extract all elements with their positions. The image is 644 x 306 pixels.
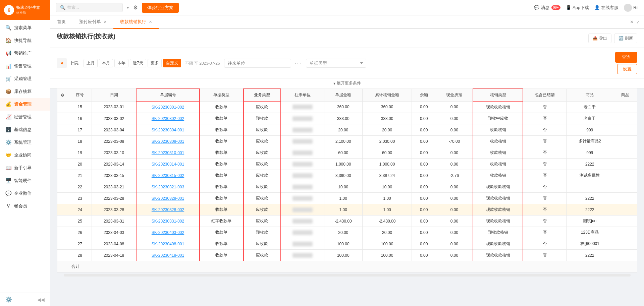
sidebar-item-nav[interactable]: 🏠 快捷导航 [0,34,50,47]
cell-settled: 否 [523,204,566,216]
cell-docno[interactable]: SK-20230301-002 [136,101,200,113]
sidebar-item-wechat[interactable]: 💬 企业微信 [0,187,50,200]
doc-link[interactable]: SK-20230403-002 [152,230,184,235]
sidebar-item-marketing[interactable]: 📢 营销推广 [0,47,50,60]
cell-docno[interactable]: SK-20230315-002 [136,170,200,181]
tab-expand-icon[interactable]: ⤢ [636,19,640,24]
cell-docno[interactable]: SK-20230331-002 [136,216,200,227]
cell-verified: 3,387.24 [362,170,412,181]
cell-biztype: 应收款 [244,101,281,113]
cell-product2 [613,124,637,136]
settings-icon[interactable]: ⚙️ [5,296,12,303]
sidebar-item-system[interactable]: ⚙️ 系统管理 [0,136,50,149]
filter-doc-type-select[interactable]: 单据类型 [306,59,366,68]
cell-no: 21 [68,170,92,181]
sidebar-item-search[interactable]: 🔍 搜索菜单 [0,21,50,34]
col-settings-header[interactable]: ⚙ [57,89,68,101]
sidebar-item-member[interactable]: V 畅会员 [0,200,50,212]
search-icon: 🔍 [5,25,11,31]
cell-discount: 0.00 [436,227,473,238]
page-title: 收款核销执行(按收款) [57,32,115,40]
refresh-button[interactable]: 🔄 刷新 [614,34,637,43]
sidebar-item-finance[interactable]: 💰 资金管理 [0,98,50,111]
topbar-dropdown-icon[interactable]: ▾ [127,5,129,10]
doc-link[interactable]: SK-20230308-001 [152,139,184,144]
cell-verified: 100.00 [362,250,412,261]
cell-empty [57,216,68,227]
export-button[interactable]: 📤 导出 [588,34,611,43]
cell-amount: 2,100.00 [324,136,362,147]
filter-custom-btn[interactable]: 自定义 [163,59,181,67]
sidebar-item-sales[interactable]: 📊 销售管理 [0,60,50,72]
tab-prepay[interactable]: 预付应付单 ✕ [72,15,113,29]
cell-docno[interactable]: SK-20230314-001 [136,159,200,170]
filter-expand-button[interactable]: » [57,58,67,68]
tab-collection[interactable]: 收款核销执行 ✕ [113,15,159,29]
table-settings-icon[interactable]: ⚙ [61,93,64,98]
sidebar-item-inventory[interactable]: 📦 库存核算 [0,85,50,98]
doc-link[interactable]: SK-20230315-002 [152,173,184,178]
doc-link[interactable]: SK-20230310-001 [152,150,184,155]
message-item[interactable]: 💬 消息 99+ [534,5,560,11]
cell-verified: 2,030.00 [362,136,412,147]
doc-link[interactable]: SK-20230328-001 [152,196,184,201]
cell-docno[interactable]: SK-20230302-002 [136,113,200,124]
doc-link[interactable]: SK-20230304-001 [152,128,184,132]
cell-docno[interactable]: SK-20230418-001 [136,250,200,261]
col-biztype-header: 业务类型 [244,89,281,101]
collapse-icon[interactable]: ◀◀ [37,297,45,302]
doc-link[interactable]: SK-20230408-001 [152,242,184,246]
cell-docno[interactable]: SK-20230304-001 [136,124,200,136]
sidebar-item-enterprise[interactable]: 🤝 企业协同 [0,149,50,162]
sidebar-item-purchase[interactable]: 🛒 采购管理 [0,72,50,85]
doc-link[interactable]: SK-20230331-002 [152,219,184,224]
query-button[interactable]: 查询 [615,52,637,63]
expand-more-bar[interactable]: ▾ 展开更多条件 [50,78,644,88]
doc-link[interactable]: SK-20230301-002 [152,105,184,110]
sidebar-menu: 🔍 搜索菜单 🏠 快捷导航 📢 营销推广 📊 销售管理 🛒 采购管理 📦 库存核… [0,20,50,293]
sidebar-item-basic[interactable]: 🗄️ 基础信息 [0,123,50,136]
sidebar-item-hardware[interactable]: 🖥️ 智能硬件 [0,174,50,187]
tabbar: 首页 预付应付单 ✕ 收款核销执行 ✕ ✕ ⤢ [50,15,644,29]
topbar-gear-icon[interactable]: ⚙ [133,4,138,11]
cell-docno[interactable]: SK-20230328-002 [136,204,200,216]
doc-link[interactable]: SK-20230418-001 [152,253,184,258]
tab-prepay-close[interactable]: ✕ [104,20,107,24]
tab-close-all-icon[interactable]: ✕ [630,19,634,24]
cell-docno[interactable]: SK-20230328-001 [136,193,200,204]
sidebar-item-operation[interactable]: 📈 经营管理 [0,111,50,123]
filter-this-month-btn[interactable]: 本月 [99,59,113,67]
doc-link[interactable]: SK-20230321-003 [152,185,184,189]
tab-collection-close[interactable]: ✕ [149,20,152,24]
filter-more-btn[interactable]: 更多 [148,59,162,67]
filter-last-month-btn[interactable]: 上月 [84,59,98,67]
table-scrollbar[interactable] [64,274,631,277]
cell-discount: -2.76 [436,170,473,181]
tab-home[interactable]: 首页 [50,15,72,29]
cell-docno[interactable]: SK-20230308-001 [136,136,200,147]
sidebar-item-label: 系统管理 [14,139,32,145]
user-info[interactable]: Rit [624,4,639,12]
cell-docno[interactable]: SK-20230408-001 [136,238,200,250]
cell-product2 [613,159,637,170]
service-item[interactable]: 👤 在线客服 [594,5,619,11]
filter-partner-input[interactable] [224,59,291,68]
doc-link[interactable]: SK-20230302-002 [152,116,184,121]
doc-link[interactable]: SK-20230314-001 [152,162,184,167]
cell-product: 测试jun [567,216,613,227]
app-download-item[interactable]: 📱 App下载 [566,5,589,11]
settings-button[interactable]: 设置 [617,64,637,74]
cell-product2 [613,170,637,181]
topbar-search-box[interactable]: 🔍 搜索... [56,3,123,12]
sidebar-item-guide[interactable]: 📖 新手引导 [0,162,50,174]
cell-docno[interactable]: SK-20230403-002 [136,227,200,238]
cell-verified: 1.00 [362,204,412,216]
cell-amount: 360.00 [324,101,362,113]
doc-link[interactable]: SK-20230328-002 [152,207,184,212]
cell-docno[interactable]: SK-20230321-003 [136,181,200,193]
filter-7days-btn[interactable]: 近7天 [130,59,146,67]
cell-amount: 1.00 [324,204,362,216]
solution-button[interactable]: 体验行业方案 [142,3,179,13]
filter-this-year-btn[interactable]: 本年 [114,59,128,67]
cell-docno[interactable]: SK-20230310-001 [136,147,200,159]
